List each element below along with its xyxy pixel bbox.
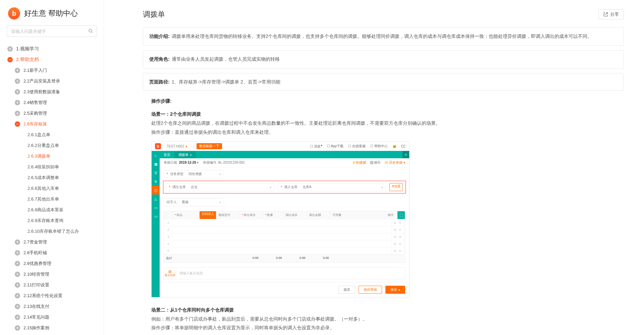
discard-button: 放弃 (338, 286, 355, 294)
remark-box: ▤备注信息 请输入备注信息 (164, 267, 405, 279)
inventory-icon: ◫ (152, 186, 160, 194)
nav-2-6-2[interactable]: 2.6.2分量盘点单 (0, 140, 104, 151)
online-service: ☐ 在线客服 (348, 144, 366, 149)
sidebar: b 好生意 帮助中心 +1.视频学习 −2.帮助文档 +2.1新手入门 +2.2… (0, 0, 104, 335)
article-body-2: 场景二：从1个仓库同时向多个仓库调拨 例如：用户有多个门店或办事处，新品到货后，… (143, 305, 624, 332)
svg-point-0 (89, 29, 92, 32)
role-box: 使用角色:通常由业务人员发起调拨，仓管人员完成实物的转移 (143, 50, 624, 68)
svg-line-1 (91, 32, 92, 33)
app-logo-icon: b (155, 143, 161, 149)
nav-2-10[interactable]: +2.10经营管理 (0, 269, 104, 280)
nav-2-6-5[interactable]: 2.6.5成本调整单 (0, 172, 104, 183)
nav-2-4[interactable]: +2.4销售管理 (0, 97, 104, 108)
path-box: 页面路径:1、库存核算->库存管理->调拨单 2、首页->常用功能 (143, 73, 624, 91)
detail-table: 商品 扫码录入 规格型号 单位单价 数量 调出成本 调出金额 可用量 操作 ⛶ … (164, 211, 405, 263)
brand-title: 好生意 帮助中心 (24, 8, 78, 18)
search-input[interactable] (11, 29, 85, 34)
intro-box: 功能介绍:调拨单用来处理仓库间货物的转移业务。支持2个仓库间的调拨，也支持多个仓… (143, 27, 624, 46)
savedraft-button: 保存草稿 (359, 286, 382, 294)
scene2-title: 场景二：从1个仓库同时向多个仓库调拨 (151, 305, 624, 315)
nav-2-6-4[interactable]: 2.6.4组装拆卸单 (0, 162, 104, 172)
help-link: ☐ 帮助中心 (370, 144, 388, 149)
close-icon: × (190, 153, 192, 157)
search-box[interactable] (7, 25, 97, 37)
share-button[interactable]: 分享 (598, 9, 624, 19)
scene1-title: 场景一：2个仓库间调拨 (151, 110, 624, 119)
nav-2-8[interactable]: +2.8手机旺铺 (0, 247, 104, 258)
article-body: 场景一：2个仓库间调拨 处理2个仓库之间的商品调拨，在调拨过程中不会发生商品数量… (143, 110, 624, 136)
scene1-p2: 操作步骤：直接通过单据头的调出仓库和调入仓库来处理。 (151, 128, 624, 137)
nav-2-6-9[interactable]: 2.6.9库存账本查询 (0, 215, 104, 226)
nav-video[interactable]: +1.视频学习 (0, 44, 104, 54)
note-icon: ▤ (168, 270, 171, 273)
app-download: ☐ App下载 (327, 144, 343, 149)
operate-link: ▦ 操作 (370, 160, 381, 165)
avatar-icon: 🐱 (392, 145, 396, 148)
hotkey-link: ⚡快捷键 (352, 160, 366, 165)
nav-2-1[interactable]: +2.1新手入门 (0, 65, 104, 76)
nav-tree: +1.视频学习 −2.帮助文档 +2.1新手入门 +2.2产品安装及登录 +2.… (0, 42, 104, 335)
nav-helpdoc[interactable]: −2.帮助文档 (0, 54, 104, 65)
save-button: 保存▾ (385, 286, 405, 294)
tab-close-all: × (402, 151, 409, 158)
refresh-button: 数据刷新一下 (197, 143, 222, 149)
brand: b 好生意 帮助中心 (0, 5, 104, 25)
screenshot-1: b TEST-H002▾ | 数据刷新一下 ☐ 消息● ☐ App下载 ☐ 在线… (151, 141, 410, 297)
user-name: CC (401, 145, 406, 148)
nav-2-11[interactable]: +2.11打印设置 (0, 280, 104, 290)
tab-home: 首页 (160, 152, 174, 158)
app-sidebar: ⌂▦☰⇅ ◫ △▭▭ (152, 151, 160, 297)
msg-icon: ☐ 消息● (310, 144, 322, 149)
steps-heading: 操作步骤: (151, 98, 624, 104)
warehouse-highlight: *调出仓库 总仓▾ *调入仓库 仓库A▾ ⚙设置 (163, 181, 406, 193)
nav-2-9[interactable]: +2.9优惠券管理 (0, 258, 104, 269)
biztype-field: *业务类型 同价调拨▾ (164, 170, 224, 178)
nav-2-6-10[interactable]: 2.6.10库存账本错了怎么办 (0, 226, 104, 237)
store-selector: TEST-H002▾ (164, 144, 190, 149)
share-icon (603, 12, 608, 17)
page-title: 调拨单 (143, 9, 165, 19)
nav-2-7[interactable]: +2.7资金管理 (0, 237, 104, 247)
nav-2-3[interactable]: +2.3使用前数据准备 (0, 87, 104, 97)
nav-2-6-7[interactable]: 2.6.7其他出库单 (0, 194, 104, 205)
scene1-p1: 处理2个仓库之间的商品调拨，在调拨过程中不会发生商品数量的不一致性。主要处理近距… (151, 119, 624, 128)
fullscreen-icon: ⛶ (397, 211, 405, 219)
nav-2-6-3[interactable]: 2.6.3调拨单 (0, 151, 104, 162)
settings-button: ⚙设置 (389, 183, 403, 191)
nav-2-15[interactable]: +2.15操作案例 (0, 323, 104, 333)
nav-2-13[interactable]: +2.13在线支付 (0, 301, 104, 312)
tab-doc: 调拨单× (174, 152, 196, 158)
scene2-p2: 操作步骤：将单据明细中的调入仓库设置为显示，同时将单据头的调入仓设置为非必录。 (151, 323, 624, 332)
handler-field: 经手人 曹操▾ (164, 198, 224, 206)
main-content: 调拨单 分享 功能介绍:调拨单用来处理仓库间货物的转移业务。支持2个仓库间的调拨… (104, 0, 644, 335)
brand-logo: b (8, 7, 20, 19)
nav-2-14[interactable]: +2.14常见问题 (0, 312, 104, 323)
chevron-down-icon: ▾ (398, 288, 400, 292)
history-link: ▤ 历史单据 ▾ (385, 160, 405, 165)
nav-2-2[interactable]: +2.2产品安装及登录 (0, 76, 104, 87)
scan-button: 扫码录入 (200, 211, 216, 219)
search-icon[interactable] (88, 29, 93, 34)
nav-2-6[interactable]: −2.6库存核算 (0, 119, 104, 129)
nav-2-5[interactable]: +2.5采购管理 (0, 108, 104, 119)
nav-2-6-1[interactable]: 2.6.1盘点单 (0, 129, 104, 140)
nav-2-6-8[interactable]: 2.6.8商品成本重算 (0, 205, 104, 215)
scene2-p1: 例如：用户有多个门店或办事处，新品到货后，需要从总仓同时向多个门店或办事处调拨。… (151, 315, 624, 324)
nav-2-6-6[interactable]: 2.6.6其他入库单 (0, 183, 104, 194)
nav-2-12[interactable]: +2.12系统个性化设置 (0, 290, 104, 301)
